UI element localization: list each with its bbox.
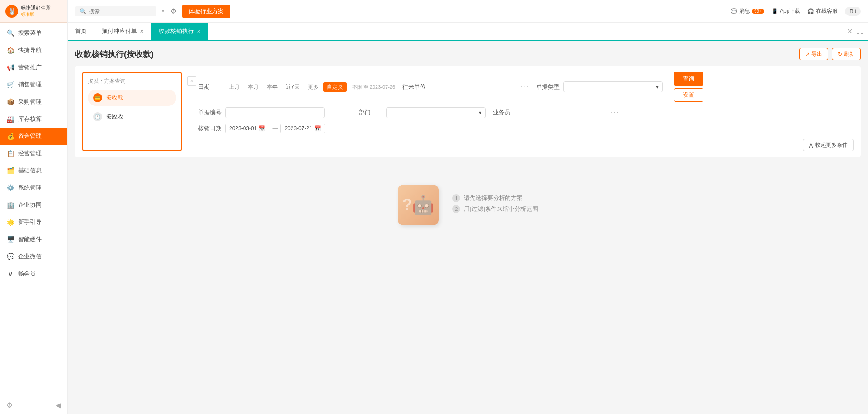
sidebar-item-guide[interactable]: 🌟 新手引导 xyxy=(0,214,67,231)
empty-robot-icon: 🤖 xyxy=(398,185,439,225)
settings-bottom-icon[interactable]: ⚙ xyxy=(6,401,13,409)
empty-hint-2: 2 用[过滤]条件来缩小分析范围 xyxy=(452,205,538,213)
sidebar-item-finance[interactable]: 💰 资金管理 xyxy=(0,128,67,145)
writeoff-date-label: 核销日期 xyxy=(198,124,222,133)
page-header-actions: ↗ 导出 ↻ 刷新 xyxy=(799,48,861,60)
sidebar-item-label: 销售管理 xyxy=(18,81,42,89)
query-button[interactable]: 查询 xyxy=(674,72,703,86)
sidebar-item-label: 企业微信 xyxy=(18,252,42,261)
department-field: 部门 ▾ xyxy=(359,107,486,118)
doc-type-field: 单据类型 ▾ xyxy=(536,81,663,92)
sidebar-item-sales[interactable]: 🛒 销售管理 xyxy=(0,76,67,93)
filter-row-3: 核销日期 2023-03-01 📅 — 2023-07-21 📅 xyxy=(198,124,854,133)
settings-button[interactable]: 设置 xyxy=(674,88,703,102)
sidebar-item-system[interactable]: ⚙️ 系统管理 xyxy=(0,179,67,196)
date-btn-this-month[interactable]: 本月 xyxy=(244,82,262,92)
chat-icon: 💬 xyxy=(6,252,14,261)
sidebar-item-hardware[interactable]: 🖥️ 智能硬件 xyxy=(0,231,67,248)
staff-label: 业务员 xyxy=(493,109,516,117)
writeoff-date-from-input[interactable]: 2023-03-01 📅 xyxy=(225,124,269,133)
tab-home[interactable]: 首页 xyxy=(68,23,94,40)
building-icon: 🏢 xyxy=(6,201,14,209)
sidebar-item-wechat[interactable]: 💬 企业微信 xyxy=(0,248,67,265)
export-icon: ↗ xyxy=(805,51,810,57)
headset-icon: 🎧 xyxy=(807,8,814,14)
sidebar-item-purchase[interactable]: 📦 采购管理 xyxy=(0,93,67,110)
messages-label: 消息 xyxy=(739,7,750,15)
home-icon: 🏠 xyxy=(6,46,14,54)
filter-option-by-receipt[interactable]: 💳 按收款 xyxy=(88,90,176,106)
sidebar-item-enterprise[interactable]: 🏢 企业协同 xyxy=(0,196,67,214)
sidebar-item-basicinfo[interactable]: 🗂️ 基础信息 xyxy=(0,162,67,179)
staff-field: 业务员 ··· xyxy=(493,109,619,117)
writeoff-date-from-value: 2023-03-01 xyxy=(229,125,257,132)
sidebar-item-search[interactable]: 🔍 搜索菜单 xyxy=(0,24,67,42)
filter-option-by-receivable[interactable]: 🕐 按应收 xyxy=(88,109,176,125)
receivable-icon: 🕐 xyxy=(93,112,102,121)
sidebar-item-member[interactable]: V 畅会员 xyxy=(0,265,67,282)
staff-dots[interactable]: ··· xyxy=(611,109,619,117)
tab-receivable[interactable]: 收款核销执行 ✕ xyxy=(151,23,208,40)
counterparty-label: 往来单位 xyxy=(402,83,426,91)
filter-collapse-button[interactable]: « xyxy=(187,76,196,86)
export-button[interactable]: ↗ 导出 xyxy=(799,48,828,60)
sidebar-item-quicknav[interactable]: 🏠 快捷导航 xyxy=(0,42,67,59)
collapse-sidebar-icon[interactable]: ◀ xyxy=(56,401,61,409)
warehouse-icon: 🏭 xyxy=(6,115,14,123)
doc-number-input[interactable] xyxy=(225,107,325,118)
industry-btn[interactable]: 体验行业方案 xyxy=(182,5,230,18)
search-box[interactable]: 🔍 xyxy=(75,6,156,16)
sidebar-item-label: 畅会员 xyxy=(18,270,36,278)
calendar-icon: 📅 xyxy=(259,125,265,132)
date-btn-custom[interactable]: 自定义 xyxy=(323,82,347,92)
date-btn-last-month[interactable]: 上月 xyxy=(225,82,243,92)
sidebar-item-operation[interactable]: 📋 经营管理 xyxy=(0,145,67,162)
search-chevron-icon[interactable]: ▾ xyxy=(162,9,164,14)
user-info[interactable]: Rit xyxy=(845,7,861,16)
finance-icon: 💰 xyxy=(6,132,14,140)
tabbar: 首页 预付冲应付单 ✕ 收款核销执行 ✕ ✕ ⛶ xyxy=(68,23,868,41)
page-area: 收款核销执行(按收款) ↗ 导出 ↻ 刷新 按以下方案查询 💳 按收款 xyxy=(68,41,868,414)
settings-icon[interactable]: ⚙ xyxy=(170,7,177,15)
date-buttons: 上月 本月 本年 近7天 更多 自定义 xyxy=(225,82,347,92)
empty-hint-1: 1 请先选择要分析的方案 xyxy=(452,194,538,202)
search-icon-top: 🔍 xyxy=(80,8,86,14)
writeoff-date-range: 2023-03-01 📅 — 2023-07-21 📅 xyxy=(225,124,325,133)
sidebar-item-inventory[interactable]: 🏭 库存核算 xyxy=(0,110,67,128)
sidebar-item-label: 资金管理 xyxy=(18,132,42,140)
messages-action[interactable]: 💬 消息 99+ xyxy=(731,7,764,15)
doc-type-select[interactable]: ▾ xyxy=(563,81,663,92)
date-range-separator: — xyxy=(272,125,278,132)
date-btn-more[interactable]: 更多 xyxy=(304,82,322,92)
date-btn-last-7days[interactable]: 近7天 xyxy=(282,82,303,92)
folder-icon: 🗂️ xyxy=(6,167,14,175)
doc-number-label: 单据编号 xyxy=(198,109,222,117)
department-select[interactable]: ▾ xyxy=(386,107,486,118)
app-logo-icon: 🐰 xyxy=(5,5,18,18)
expand-tab-icon[interactable]: ⛶ xyxy=(856,27,863,35)
sidebar-bottom: ⚙ ◀ xyxy=(0,396,67,414)
chevron-down-icon: ▾ xyxy=(656,84,659,90)
search-icon: 🔍 xyxy=(6,29,14,37)
close-tab-icon[interactable]: ✕ xyxy=(847,27,853,36)
date-btn-this-year[interactable]: 本年 xyxy=(263,82,281,92)
page-title: 收款核销执行(按收款) xyxy=(75,49,154,60)
filter-option-label: 按收款 xyxy=(106,94,123,102)
collapse-more-button[interactable]: ⋀ 收起更多条件 xyxy=(803,139,854,151)
refresh-button[interactable]: ↻ 刷新 xyxy=(832,48,861,60)
refresh-icon: ↻ xyxy=(838,51,842,57)
counterparty-dots[interactable]: ··· xyxy=(520,83,529,91)
online-service-action[interactable]: 🎧 在线客服 xyxy=(807,7,838,15)
topbar: 🔍 ▾ ⚙ 体验行业方案 💬 消息 99+ 📱 App下载 🎧 在线客服 Rit xyxy=(68,0,868,23)
search-input[interactable] xyxy=(89,8,134,14)
tab-close-prepay[interactable]: ✕ xyxy=(140,29,144,34)
sidebar-item-marketing[interactable]: 📢 营销推广 xyxy=(0,59,67,76)
writeoff-date-to-input[interactable]: 2023-07-21 📅 xyxy=(280,124,325,133)
tab-close-receivable[interactable]: ✕ xyxy=(197,29,201,34)
filter-type-selector: 按以下方案查询 💳 按收款 🕐 按应收 xyxy=(82,72,182,151)
app-download-action[interactable]: 📱 App下载 xyxy=(771,7,800,15)
writeoff-date-field: 核销日期 2023-03-01 📅 — 2023-07-21 📅 xyxy=(198,124,854,133)
tab-prepay[interactable]: 预付冲应付单 ✕ xyxy=(94,23,151,40)
app-download-label: App下载 xyxy=(780,7,800,15)
sidebar-item-label: 系统管理 xyxy=(18,184,42,192)
